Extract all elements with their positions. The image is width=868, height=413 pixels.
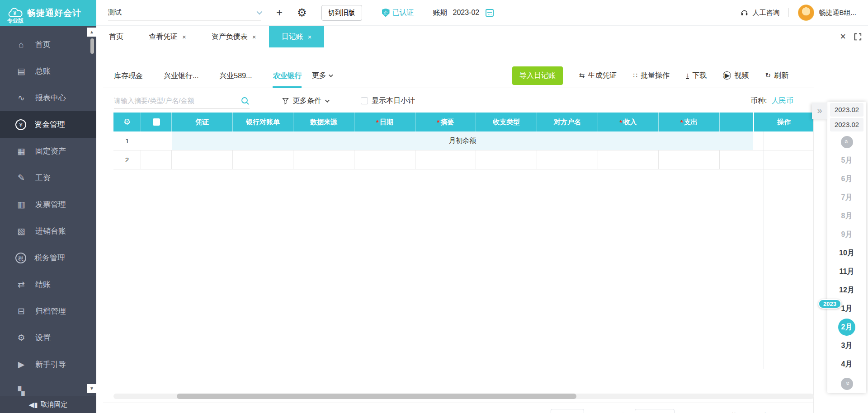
currency-label: 币种: xyxy=(750,97,767,104)
company-selector[interactable]: 测试 xyxy=(108,5,261,20)
add-account-button[interactable]: + xyxy=(276,6,283,19)
checkbox[interactable] xyxy=(361,97,368,104)
month-item-july[interactable]: 7月 xyxy=(827,188,866,206)
sidebar-scroll-down-icon[interactable]: ▼ xyxy=(87,384,96,393)
tab-balance-sheet[interactable]: 资产负债表 × xyxy=(199,26,269,47)
sidebar-scrollbar-thumb[interactable] xyxy=(90,38,94,54)
import-journal-button[interactable]: 导入日记账 xyxy=(512,66,563,85)
account-tab-cib-589[interactable]: 兴业589... xyxy=(219,63,252,88)
cell-summary[interactable] xyxy=(415,150,476,169)
close-icon[interactable]: × xyxy=(182,33,186,41)
collapse-panel-icon[interactable]: » xyxy=(812,103,827,119)
calendar-icon[interactable] xyxy=(486,9,494,17)
column-settings-button[interactable]: ⚙ xyxy=(113,113,141,131)
month-scroll-up-icon[interactable]: « xyxy=(841,136,853,148)
account-tab-more[interactable]: 更多 xyxy=(311,71,332,80)
account-tab-cash[interactable]: 库存现金 xyxy=(114,63,143,88)
search-input[interactable] xyxy=(114,97,241,104)
month-item-november[interactable]: 11月 xyxy=(827,262,866,281)
sidebar-item-purchase-sales-ledger[interactable]: ▧ 进销台账 xyxy=(0,218,96,244)
table-row[interactable]: 2 xyxy=(113,150,814,169)
avatar[interactable] xyxy=(798,5,814,21)
cell-voucher[interactable] xyxy=(172,150,233,169)
table-row[interactable]: 1 月初余额 xyxy=(113,131,814,150)
pagination-bar: 每页显示 20 |< < 第 页 > >| 共0页, 0条记录 xyxy=(103,403,814,413)
horizontal-scrollbar[interactable] xyxy=(113,394,814,399)
sidebar-item-general-ledger[interactable]: ▤ 总账 xyxy=(0,58,96,84)
close-icon[interactable]: × xyxy=(252,33,256,41)
refresh-button[interactable]: ↻ 刷新 xyxy=(765,71,788,80)
download-button[interactable]: ↓ 下载 xyxy=(686,71,707,80)
account-tab-abc-bank[interactable]: 农业银行 xyxy=(273,63,302,88)
download-icon: ↓ xyxy=(686,72,689,79)
period-item[interactable]: 2023.02 xyxy=(830,118,863,131)
sidebar-item-archive-management[interactable]: ⊟ 归档管理 xyxy=(0,298,96,324)
sidebar-item-closing[interactable]: ⇄ 结账 xyxy=(0,271,96,298)
closing-icon: ⇄ xyxy=(15,279,27,290)
sidebar-item-report-center[interactable]: ∿ 报表中心 xyxy=(0,84,96,111)
switch-to-old-version-button[interactable]: 切到旧版 xyxy=(321,5,362,21)
horizontal-scrollbar-thumb[interactable] xyxy=(177,394,576,399)
show-daily-subtotal-toggle[interactable]: 显示本日小计 xyxy=(361,96,415,106)
month-item-october[interactable]: 10月 xyxy=(827,244,866,262)
month-item-september[interactable]: 9月 xyxy=(827,225,866,244)
page-number-input[interactable] xyxy=(635,409,675,413)
year-badge: 2023 xyxy=(818,299,841,309)
currency-display: 币种: 人民币 xyxy=(750,96,814,106)
cell-income-expense-type[interactable] xyxy=(476,150,537,169)
sidebar-item-home[interactable]: ⌂ 首页 xyxy=(0,31,96,58)
sidebar-item-label: 税务管理 xyxy=(34,253,65,263)
header-income: * 收入 xyxy=(598,113,659,131)
month-item-march[interactable]: 3月 xyxy=(827,336,866,355)
cell-expense[interactable] xyxy=(659,150,720,169)
checkbox[interactable] xyxy=(153,118,160,126)
month-scroll-down-icon[interactable]: « xyxy=(841,378,853,390)
tab-label: 首页 xyxy=(109,32,123,42)
settings-gear-icon[interactable]: ⚙ xyxy=(297,6,307,19)
cell-counterparty[interactable] xyxy=(537,150,598,169)
month-item-may[interactable]: 5月 xyxy=(827,151,866,169)
sidebar-scroll-up-icon[interactable]: ▲ xyxy=(87,28,96,37)
more-conditions-button[interactable]: 更多条件 xyxy=(282,96,328,106)
month-item-june[interactable]: 6月 xyxy=(827,169,866,188)
user-name[interactable]: 畅捷通B组... xyxy=(819,9,856,17)
period-label: 账期 xyxy=(433,8,448,18)
sidebar-item-fund-management[interactable]: ¥ 资金管理 xyxy=(0,111,96,138)
sidebar-item-clipped[interactable]: ▚ xyxy=(0,378,96,396)
select-all-checkbox[interactable] xyxy=(141,113,172,131)
search-icon[interactable] xyxy=(241,96,250,105)
sidebar-item-settings[interactable]: ⚙ 设置 xyxy=(0,324,96,351)
batch-operations-button[interactable]: ∷ 批量操作 xyxy=(633,71,670,80)
currency-value[interactable]: 人民币 xyxy=(772,97,793,104)
month-item-april[interactable]: 4月 xyxy=(827,355,866,373)
tab-bar: 首页 查看凭证 × 资产负债表 × 日记账 × × xyxy=(96,26,868,47)
sidebar-item-fixed-assets[interactable]: ▦ 固定资产 xyxy=(0,138,96,164)
cell-date[interactable] xyxy=(354,150,415,169)
generate-voucher-button[interactable]: ⇆ 生成凭证 xyxy=(579,71,617,80)
certified-badge[interactable]: 企 已认证 xyxy=(382,8,414,18)
account-tab-cib-bank[interactable]: 兴业银行... xyxy=(164,63,198,88)
toolbar: 导入日记账 ⇆ 生成凭证 ∷ 批量操作 ↓ 下载 ▶ xyxy=(512,66,814,85)
sidebar-item-tax-management[interactable]: 税 税务管理 xyxy=(0,244,96,271)
sidebar-item-beginner-guide[interactable]: ▶ 新手引导 xyxy=(0,351,96,378)
sidebar-item-invoice-management[interactable]: ▥ 发票管理 xyxy=(0,191,96,218)
tab-view-voucher[interactable]: 查看凭证 × xyxy=(136,26,199,47)
sidebar-item-payroll[interactable]: ✎ 工资 xyxy=(0,164,96,191)
cell-income[interactable] xyxy=(598,150,659,169)
close-panel-icon[interactable]: × xyxy=(840,31,846,42)
video-button[interactable]: ▶ 视频 xyxy=(723,71,749,80)
period-item[interactable]: 2023.02 xyxy=(830,103,863,117)
close-icon[interactable]: × xyxy=(308,33,312,41)
tab-home[interactable]: 首页 xyxy=(96,26,136,47)
cell-data-source[interactable] xyxy=(293,150,354,169)
unpin-sidebar-button[interactable]: ◀▮ 取消固定 xyxy=(0,396,96,413)
support-link[interactable]: 人工咨询 xyxy=(740,9,779,17)
cell-bank-statement[interactable] xyxy=(233,150,293,169)
per-page-select[interactable]: 20 xyxy=(551,409,584,413)
tab-journal[interactable]: 日记账 × xyxy=(269,26,325,47)
month-item-august[interactable]: 8月 xyxy=(827,206,866,225)
certified-label: 已认证 xyxy=(392,8,414,18)
month-item-december[interactable]: 12月 xyxy=(827,281,866,299)
month-item-february-selected[interactable]: 2月 xyxy=(838,319,855,336)
fullscreen-icon[interactable] xyxy=(854,33,862,41)
